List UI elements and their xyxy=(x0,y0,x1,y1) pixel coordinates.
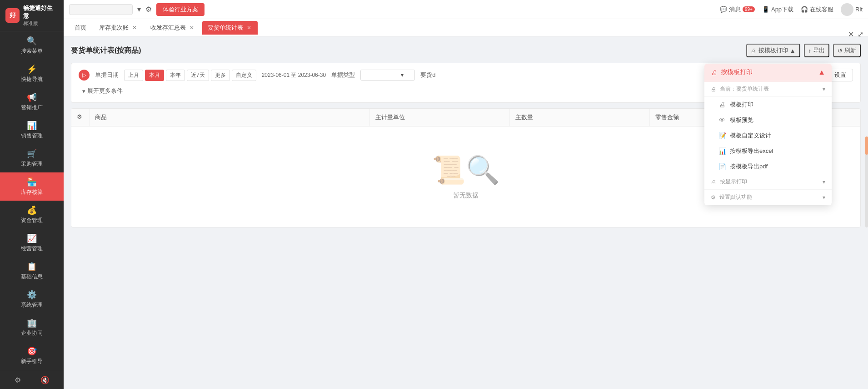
settings-col-icon[interactable]: ⚙ xyxy=(77,113,82,120)
dropdown-menu: 🖨 按模板打印 ▲ 🖨 当前：要货单统计表 ▾ 🖨模板打印👁模板预览📝模板自定义… xyxy=(704,64,832,205)
current-template-arrow: ▾ xyxy=(823,86,825,92)
dropdown-close-btn[interactable]: ▲ xyxy=(818,68,825,76)
guide-icon: 🎯 xyxy=(27,346,37,356)
tab-inventory-batch[interactable]: 库存批次账✕ xyxy=(94,21,143,35)
trial-button[interactable]: 体验行业方案 xyxy=(156,3,205,16)
sidebar-item-guide[interactable]: 🎯新手引导 xyxy=(0,342,64,370)
dropdown-item-template-preview[interactable]: 👁模板预览 xyxy=(704,112,832,128)
search-input[interactable] xyxy=(69,4,133,15)
empty-text: 暂无数据 xyxy=(453,192,479,200)
template-export-excel-label: 按模板导出excel xyxy=(730,147,773,155)
messages-item[interactable]: 💬 消息 99+ xyxy=(720,5,755,14)
date-btn-上月[interactable]: 上月 xyxy=(124,70,143,81)
sidebar-logo: 好 畅捷通好生意 标准版 xyxy=(0,0,64,31)
dropdown-header: 🖨 按模板打印 ▲ xyxy=(704,64,832,81)
sidebar-item-finance[interactable]: 💰资金管理 xyxy=(0,201,64,229)
display-print-header[interactable]: 🖨 按显示打印 ▾ xyxy=(704,174,832,189)
system-icon: ⚙️ xyxy=(27,290,37,300)
headset-icon: 🎧 xyxy=(801,6,808,13)
dropdown-item-template-custom[interactable]: 📝模板自定义设计 xyxy=(704,128,832,143)
topbar-dropdown-icon[interactable]: ▾ xyxy=(137,5,141,14)
page-title: 要货单统计表(按商品) xyxy=(71,46,141,56)
window-controls: ✕ ⤢ xyxy=(843,27,868,41)
tab-close-inventory-batch[interactable]: ✕ xyxy=(131,25,138,31)
username: Rit xyxy=(855,6,863,13)
date-btn-本月[interactable]: 本月 xyxy=(145,70,164,81)
set-default-label: 设置默认功能 xyxy=(719,193,752,201)
logo-main: 畅捷通好生意 xyxy=(23,5,58,20)
app-download-item[interactable]: 📱 App下载 xyxy=(762,5,793,14)
marketing-icon: 📢 xyxy=(27,92,37,102)
export-btn[interactable]: ↑ 导出 xyxy=(804,44,830,57)
order-cat-label: 要货d xyxy=(420,71,435,79)
sidebar-item-search[interactable]: 🔍搜索菜单 xyxy=(0,31,64,60)
date-filter-label: 单据日期 xyxy=(95,71,119,79)
close-window-btn[interactable]: ✕ xyxy=(847,29,855,40)
tab-label-inventory-batch: 库存批次账 xyxy=(99,24,129,32)
sidebar-nav: 🔍搜索菜单⚡快捷导航📢营销推广📊销售管理🛒采购管理🏪库存核算💰资金管理📈经营管理… xyxy=(0,31,64,371)
dropdown-title: 按模板打印 xyxy=(721,68,753,76)
set-default-header[interactable]: ⚙ 设置默认功能 ▾ xyxy=(704,190,832,205)
export-label: 导出 xyxy=(813,46,825,55)
tab-close-order-stats[interactable]: ✕ xyxy=(246,25,252,31)
sidebar-item-system[interactable]: ⚙️系统管理 xyxy=(0,285,64,313)
date-btn-自定义[interactable]: 自定义 xyxy=(232,70,256,81)
topbar-gear-icon[interactable]: ⚙ xyxy=(145,5,152,14)
tab-order-stats[interactable]: 要货单统计表✕ xyxy=(202,21,258,35)
template-items-section: 🖨模板打印👁模板预览📝模板自定义设计📊按模板导出excel📄按模板导出pdf xyxy=(704,97,832,174)
dropdown-item-template-print[interactable]: 🖨模板打印 xyxy=(704,97,832,112)
display-print-arrow: ▾ xyxy=(823,179,825,185)
basic-icon: 📋 xyxy=(27,262,37,272)
scrollbar-thumb[interactable] xyxy=(865,136,868,155)
sidebar-item-marketing[interactable]: 📢营销推广 xyxy=(0,88,64,116)
template-custom-icon: 📝 xyxy=(718,132,726,139)
user-item[interactable]: Rit xyxy=(841,3,863,16)
mute-icon[interactable]: 🔇 xyxy=(40,376,50,384)
tab-close-collection-summary[interactable]: ✕ xyxy=(189,25,195,31)
tab-label-home: 首页 xyxy=(75,24,86,32)
inventory-icon: 🏪 xyxy=(27,177,37,187)
quick-nav-icon: ⚡ xyxy=(27,64,37,74)
current-template-section: 🖨 当前：要货单统计表 ▾ xyxy=(704,81,832,97)
sidebar-label-sales: 销售管理 xyxy=(21,132,43,140)
enterprise-icon: 🏢 xyxy=(27,318,37,328)
template-export-pdf-icon: 📄 xyxy=(718,163,726,170)
page-actions: 🖨 按模板打印 ▲ ↑ 导出 ↺ 刷新 xyxy=(746,44,861,57)
display-print-label: 按显示打印 xyxy=(720,178,747,186)
print-template-btn[interactable]: 🖨 按模板打印 ▲ xyxy=(746,44,800,57)
date-btn-本年[interactable]: 本年 xyxy=(166,70,185,81)
date-btn-更多[interactable]: 更多 xyxy=(211,70,230,81)
sidebar-item-operations[interactable]: 📈经营管理 xyxy=(0,229,64,257)
table-col-0: ⚙ xyxy=(71,109,90,126)
date-btn-近7天[interactable]: 近7天 xyxy=(187,70,209,81)
set-default-icon: ⚙ xyxy=(711,194,716,201)
sidebar-item-enterprise[interactable]: 🏢企业协同 xyxy=(0,313,64,342)
dropdown-title-area: 🖨 按模板打印 xyxy=(711,68,753,76)
sidebar-label-inventory: 库存核算 xyxy=(21,188,43,196)
dropdown-item-template-export-excel[interactable]: 📊按模板导出excel xyxy=(704,143,832,159)
filter-expand-arrow[interactable]: ▷ xyxy=(79,70,90,81)
settings-icon[interactable]: ⚙ xyxy=(15,376,21,384)
template-preview-icon: 👁 xyxy=(718,116,726,124)
doc-type-select[interactable]: ▾ xyxy=(360,70,415,81)
sidebar-item-purchase[interactable]: 🛒采购管理 xyxy=(0,144,64,172)
logo-text: 畅捷通好生意 标准版 xyxy=(23,5,58,26)
current-template-icon: 🖨 xyxy=(711,86,716,92)
template-print-label: 模板打印 xyxy=(730,101,753,109)
tab-label-order-stats: 要货单统计表 xyxy=(208,24,243,32)
doc-type-dropdown-icon: ▾ xyxy=(401,72,404,78)
maximize-window-btn[interactable]: ⤢ xyxy=(857,29,864,40)
refresh-btn[interactable]: ↺ 刷新 xyxy=(833,44,861,57)
online-service-item[interactable]: 🎧 在线客服 xyxy=(801,5,833,14)
right-scrollbar[interactable] xyxy=(865,136,868,227)
tab-home[interactable]: 首页 xyxy=(69,21,92,35)
sidebar-item-sales[interactable]: 📊销售管理 xyxy=(0,116,64,144)
sidebar-item-quick-nav[interactable]: ⚡快捷导航 xyxy=(0,60,64,88)
dropdown-item-template-export-pdf[interactable]: 📄按模板导出pdf xyxy=(704,159,832,174)
current-template-header[interactable]: 🖨 当前：要货单统计表 ▾ xyxy=(704,81,832,96)
sidebar: 好 畅捷通好生意 标准版 🔍搜索菜单⚡快捷导航📢营销推广📊销售管理🛒采购管理🏪库… xyxy=(0,0,64,389)
sidebar-item-basic[interactable]: 📋基础信息 xyxy=(0,257,64,285)
sidebar-item-inventory[interactable]: 🏪库存核算 xyxy=(0,172,64,201)
print-header-icon: 🖨 xyxy=(711,69,717,76)
tab-collection-summary[interactable]: 收发存汇总表✕ xyxy=(145,21,200,35)
